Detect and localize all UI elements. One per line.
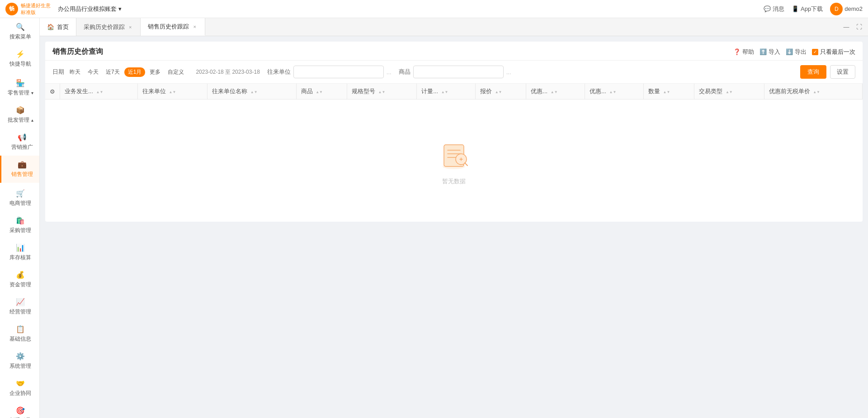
- purchase-icon: 🛍️: [16, 216, 25, 225]
- partner-filter-group: 往来单位 ...: [267, 66, 392, 78]
- help-button[interactable]: ❓ 帮助: [733, 48, 754, 56]
- home-icon: 🏠: [47, 24, 54, 30]
- export-icon: ⬇️: [786, 48, 793, 55]
- top-header: 畅 畅捷通好生意 标准版 办公用品行业模拟账套 ▾ 💬 消息 📱 App下载 D…: [0, 0, 868, 18]
- tab-sales-history[interactable]: 销售历史价跟踪 ×: [141, 18, 205, 36]
- goods-label: 商品: [399, 68, 410, 76]
- sidebar-item-basic[interactable]: 📋 基础信息: [0, 320, 39, 347]
- sidebar-item-operations[interactable]: 📈 经营管理: [0, 293, 39, 320]
- guide-icon: 🎯: [16, 406, 25, 415]
- table-header-biz-date[interactable]: 业务发生... ▲▼: [60, 84, 138, 100]
- page-card: 销售历史价查询 ❓ 帮助 ⬆️ 导入 ⬇️ 导出: [45, 42, 863, 222]
- sort-icon: ▲▼: [495, 90, 502, 94]
- logo-icon: 畅: [5, 3, 18, 15]
- sidebar-item-shortcut[interactable]: ⚡ 快捷导航: [0, 45, 39, 72]
- sort-icon: ▲▼: [169, 90, 176, 94]
- sidebar-item-finance[interactable]: 💰 资金管理: [0, 266, 39, 293]
- sort-icon: ▲▼: [726, 90, 733, 94]
- goods-input[interactable]: [413, 66, 504, 78]
- tab-close-purchase[interactable]: ×: [127, 24, 133, 30]
- date-filter-group: 日期 昨天 今天 近7天 近1月 更多 自定义: [52, 67, 187, 77]
- sort-icon: ▲▼: [96, 90, 103, 94]
- header-left: 畅 畅捷通好生意 标准版 办公用品行业模拟账套 ▾: [5, 2, 125, 15]
- table-header-goods[interactable]: 商品 ▲▼: [296, 84, 347, 100]
- date-option-custom[interactable]: 自定义: [165, 67, 187, 77]
- sort-icon: ▲▼: [441, 90, 448, 94]
- tab-home[interactable]: 🏠 首页: [40, 18, 76, 36]
- sort-icon: ▲▼: [316, 90, 323, 94]
- sidebar-item-sales[interactable]: 💼 销售管理: [0, 156, 39, 183]
- partner-label: 往来单位: [267, 68, 291, 76]
- date-option-more[interactable]: 更多: [147, 67, 163, 77]
- page-content: 销售历史价查询 ❓ 帮助 ⬆️ 导入 ⬇️ 导出: [40, 36, 868, 418]
- sidebar-item-wholesale[interactable]: 📦 批发管理 ▴: [0, 101, 39, 128]
- sales-icon: 💼: [18, 160, 27, 169]
- tab-maximize-button[interactable]: ⛶: [854, 22, 864, 33]
- import-button[interactable]: ⬆️ 导入: [760, 48, 780, 56]
- wholesale-icon: 📦: [16, 106, 25, 114]
- date-option-yesterday[interactable]: 昨天: [67, 67, 83, 77]
- page-title-bar: 销售历史价查询 ❓ 帮助 ⬆️ 导入 ⬇️ 导出: [45, 42, 863, 61]
- table-header-unit[interactable]: 计量... ▲▼: [417, 84, 476, 100]
- content-area: 🏠 首页 采购历史价跟踪 × 销售历史价跟踪 × — ⛶ 销售历史价查询: [40, 18, 868, 418]
- sidebar-item-marketing[interactable]: 📢 营销推广: [0, 128, 39, 156]
- sidebar-item-search[interactable]: 🔍 搜索菜单: [0, 18, 39, 45]
- date-option-today[interactable]: 今天: [85, 67, 101, 77]
- partner-input[interactable]: [293, 66, 384, 78]
- user-action[interactable]: D demo2: [830, 3, 863, 15]
- message-icon: 💬: [764, 5, 771, 12]
- date-option-1month[interactable]: 近1月: [124, 67, 146, 77]
- gear-icon[interactable]: ⚙: [50, 88, 55, 95]
- tab-close-sales[interactable]: ×: [192, 24, 197, 30]
- table-header-trade-type[interactable]: 交易类型 ▲▼: [694, 84, 764, 100]
- basic-icon: 📋: [16, 325, 25, 333]
- app-download-action[interactable]: 📱 App下载: [792, 5, 823, 13]
- empty-state: 暂无数据: [45, 100, 863, 222]
- table-header-partner-code[interactable]: 往来单位 ▲▼: [137, 84, 207, 100]
- sidebar-item-enterprise[interactable]: 🤝 企业协同: [0, 375, 39, 402]
- table-header-quantity[interactable]: 数量 ▲▼: [643, 84, 694, 100]
- query-button[interactable]: 查询: [800, 65, 826, 79]
- goods-dots-button[interactable]: ...: [506, 69, 511, 76]
- sidebar-item-inventory[interactable]: 📊 库存核算: [0, 239, 39, 266]
- filter-actions: 查询 设置: [800, 65, 855, 79]
- date-option-7days[interactable]: 近7天: [103, 67, 123, 77]
- table-container: ⚙ 业务发生... ▲▼ 往来单位 ▲▼: [45, 84, 863, 100]
- date-label: 日期: [52, 68, 64, 76]
- table-header-pretax-price[interactable]: 优惠前无税单价 ▲▼: [764, 84, 862, 100]
- table-header-quote[interactable]: 报价 ▲▼: [476, 84, 526, 100]
- table-header-partner-name[interactable]: 往来单位名称 ▲▼: [208, 84, 296, 100]
- only-last-checkbox[interactable]: ✓ 只看最后一次: [812, 48, 855, 56]
- tab-purchase-history[interactable]: 采购历史价跟踪 ×: [76, 18, 141, 36]
- sort-icon: ▲▼: [378, 90, 385, 94]
- data-table: ⚙ 业务发生... ▲▼ 往来单位 ▲▼: [45, 84, 863, 100]
- sidebar-item-retail[interactable]: 🏪 零售管理 ▾: [0, 74, 39, 101]
- logo-area: 畅 畅捷通好生意 标准版: [5, 2, 51, 15]
- partner-dots-button[interactable]: ...: [387, 69, 392, 76]
- sidebar-item-purchase[interactable]: 🛍️ 采购管理: [0, 212, 39, 239]
- logo-text: 畅捷通好生意 标准版: [21, 2, 51, 15]
- sidebar-item-guide[interactable]: 🎯 新手引导: [0, 402, 39, 418]
- sidebar-item-system[interactable]: ⚙️ 系统管理: [0, 347, 39, 375]
- table-header-discount2[interactable]: 优惠... ▲▼: [585, 84, 644, 100]
- tab-actions: — ⛶: [837, 18, 868, 36]
- workspace-selector[interactable]: 办公用品行业模拟账套 ▾: [54, 3, 125, 15]
- system-icon: ⚙️: [16, 352, 25, 361]
- date-options: 昨天 今天 近7天 近1月 更多 自定义: [67, 67, 187, 77]
- dropdown-icon: ▾: [118, 5, 122, 12]
- message-action[interactable]: 💬 消息: [764, 5, 784, 13]
- tab-spacer: [205, 18, 837, 36]
- page-title: 销售历史价查询: [52, 47, 103, 57]
- operations-icon: 📈: [16, 298, 25, 306]
- export-button[interactable]: ⬇️ 导出: [786, 48, 807, 56]
- marketing-icon: 📢: [18, 133, 27, 142]
- sidebar-item-ecommerce[interactable]: 🛒 电商管理: [0, 185, 39, 212]
- table-header-spec[interactable]: 规格型号 ▲▼: [347, 84, 416, 100]
- chevron-up-icon: ▴: [31, 118, 33, 123]
- enterprise-icon: 🤝: [16, 379, 25, 388]
- table-header-settings[interactable]: ⚙: [45, 84, 60, 100]
- table-header-discount1[interactable]: 优惠... ▲▼: [526, 84, 585, 100]
- tab-minimize-button[interactable]: —: [841, 22, 852, 33]
- sort-icon: ▲▼: [609, 90, 617, 94]
- settings-button[interactable]: 设置: [830, 65, 855, 79]
